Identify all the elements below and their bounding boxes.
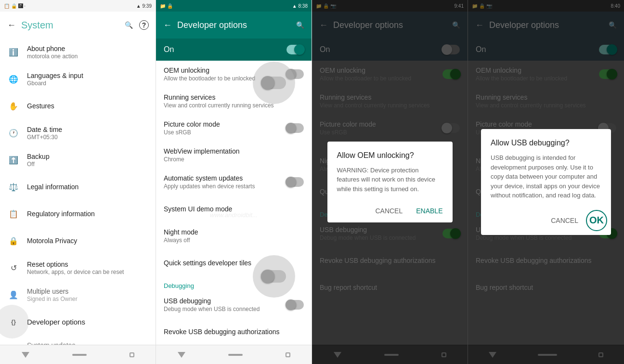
dev-on-row-panel2[interactable]: On [156,39,312,61]
usb-confirm-button[interactable]: OK [586,210,607,231]
users-icon: 👤 [8,289,19,300]
dev-toggle-panel2[interactable] [286,45,304,54]
oem-toggle-big-thumb [261,76,274,90]
sidebar-item-multiple-users[interactable]: 👤 Multiple users Signed in as Owner [0,281,156,308]
system-ui-demo-text: System UI demo mode [164,205,304,213]
developer-text: Developer options [27,318,148,326]
webview-text: WebView implementation Chrome [164,147,304,163]
picture-toggle[interactable] [286,123,304,133]
nav-bar-panel2 [156,345,312,364]
oem-dialog-body: WARNING: Device protection features will… [327,166,453,202]
help-button-panel1[interactable] [138,19,150,31]
status-bar-panel2: 📁 🔒 ▲ 8:38 [156,0,312,12]
search-button-panel1[interactable] [123,19,134,31]
sidebar-item-reset[interactable]: ↺ Reset options Network, apps, or device… [0,254,156,281]
back-nav-panel2[interactable] [178,352,185,358]
regulatory-text: Regulatory information [27,210,148,218]
usb-dialog-body: USB debugging is intended for developmen… [481,153,611,208]
settings-item-night-mode[interactable]: Night mode Always off [156,222,312,249]
wifi-p2: ▲ [292,3,297,9]
search-button-panel2[interactable] [294,19,306,31]
time-panel1: 9:39 [143,3,152,9]
sidebar-item-developer[interactable]: {} Developer options [0,308,156,335]
oem-dialog-overlay: Allow OEM unlocking? WARNING: Device pro… [312,0,468,364]
settings-item-webview[interactable]: WebView implementation Chrome [156,142,312,169]
oem-cancel-button[interactable]: Cancel [369,203,408,219]
sidebar-item-about-phone[interactable]: ℹ️ About phone motorola one action [0,39,156,65]
oem-circle-indicator [253,62,295,104]
panel-system-settings: 📋 🔒 🅿 · ▲ 9:39 System ℹ️ About phone mot… [0,0,156,364]
sidebar-item-regulatory[interactable]: 📋 Regulatory information [0,200,156,227]
wifi-icon: ▲ [136,3,141,9]
nav-bar-panel1 [0,345,156,364]
status-icons-right: ▲ 9:39 [136,3,152,9]
auto-updates-toggle-thumb [286,177,296,187]
sidebar-item-backup[interactable]: ⬆️ Backup Off [0,146,156,173]
usb-circle-indicator [253,255,295,298]
oem-dialog-title: Allow OEM unlocking? [327,142,453,166]
sidebar-item-motorola-privacy[interactable]: 🔒 Motorola Privacy [0,227,156,254]
users-text: Multiple users Signed in as Owner [27,287,148,302]
languages-icon: 🌐 [8,73,19,85]
back-button-panel1[interactable] [6,19,17,31]
app-bar-panel1: System [0,12,156,39]
settings-item-picture-color[interactable]: Picture color mode Use sRGB [156,115,312,142]
sidebar-item-date-time[interactable]: 🕐 Date & time GMT+05:30 [0,119,156,146]
usb-dialog-title: Allow USB debugging? [481,129,611,153]
sidebar-item-system-updates[interactable]: 📱 System updates Updated to Android 9 [0,335,156,345]
picture-toggle-thumb [286,123,296,133]
oem-dialog-actions: Cancel Enable [327,201,453,222]
about-phone-label: About phone [27,45,148,52]
usb-toggle-big [262,270,286,283]
settings-item-auto-updates[interactable]: Automatic system updates Apply updates w… [156,169,312,195]
oem-toggle-big [262,77,286,89]
status-icons-left-p2: 📁 🔒 [160,3,173,9]
reset-icon: ↺ [8,262,19,273]
system-updates-icon: 📱 [8,343,19,345]
recent-nav-panel2[interactable] [286,352,290,357]
sidebar-item-languages[interactable]: 🌐 Languages & input Gboard [0,65,156,92]
regulatory-icon: 📋 [8,208,19,220]
usb-dialog-actions: Cancel OK [481,208,611,235]
recent-nav-panel1[interactable] [130,352,134,357]
sidebar-list: ℹ️ About phone motorola one action 🌐 Lan… [0,39,156,345]
usb-dialog-overlay: Allow USB debugging? USB debugging is in… [468,0,624,364]
settings-item-system-ui-demo[interactable]: System UI demo mode [156,195,312,222]
home-nav-panel1[interactable] [72,354,87,356]
oem-confirm-button[interactable]: Enable [410,203,448,219]
settings-item-usb-debug[interactable]: USB debugging Debug mode when USB is con… [156,291,312,318]
home-nav-panel2[interactable] [228,354,243,356]
gestures-text: Gestures [27,102,148,110]
sidebar-item-gestures[interactable]: ✋ Gestures [0,92,156,119]
about-phone-sublabel: motorola one action [27,53,148,60]
back-button-panel2[interactable] [162,19,173,31]
sidebar-item-legal[interactable]: ⚖️ Legal information [0,173,156,200]
settings-item-revoke-usb[interactable]: Revoke USB debugging authorizations [156,318,312,345]
notif-icons-p2: 📁 🔒 [160,3,173,9]
legal-icon: ⚖️ [8,181,19,193]
dev-on-label-panel2: On [164,45,174,54]
datetime-text: Date & time GMT+05:30 [27,126,148,141]
status-icons-left: 📋 🔒 🅿 · [4,3,26,9]
about-icon: ℹ️ [8,46,19,58]
back-nav-panel1[interactable] [22,352,29,358]
usb-debug-toggle[interactable] [286,300,304,310]
backup-icon: ⬆️ [8,154,19,166]
auto-updates-toggle[interactable] [286,177,304,187]
panel-usb-dialog: 📁 🔒 📷 8:40 Developer options On OEM unlo… [468,0,624,364]
reset-text: Reset options Network, apps, or device c… [27,260,148,275]
system-updates-text: System updates Updated to Android 9 [27,341,148,345]
night-mode-text: Night mode Always off [164,228,304,244]
dev-toggle-thumb-panel2 [294,44,305,55]
usb-dialog: Allow USB debugging? USB debugging is in… [481,129,611,235]
panel-developer-options: 📁 🔒 ▲ 8:38 Developer options On OEM unlo… [156,0,312,364]
oem-dialog: Allow OEM unlocking? WARNING: Device pro… [327,142,453,223]
notification-icons: 📋 🔒 🅿 · [4,3,26,9]
languages-text: Languages & input Gboard [27,72,148,87]
app-bar-panel2: Developer options [156,12,312,39]
usb-debug-toggle-thumb [286,299,296,310]
app-bar-title-panel1: System [21,20,119,31]
auto-updates-text: Automatic system updates Apply updates w… [164,174,286,190]
usb-debug-text: USB debugging Debug mode when USB is con… [164,297,286,312]
usb-cancel-button[interactable]: Cancel [545,210,584,231]
